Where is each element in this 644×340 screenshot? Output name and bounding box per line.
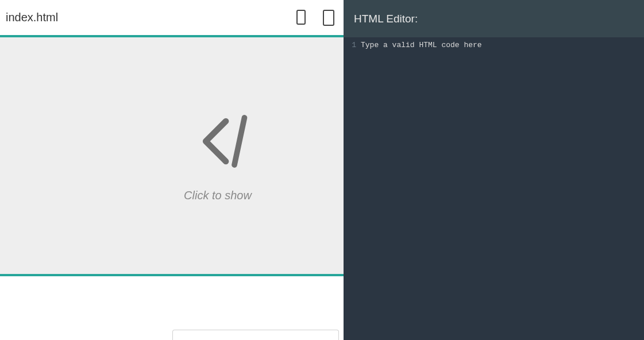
svg-line-0 — [234, 117, 245, 164]
editor-body: 1 Type a valid HTML code here — [344, 37, 644, 340]
preview-area[interactable]: Click to show — [0, 37, 344, 276]
phone-icon[interactable] — [296, 10, 306, 25]
left-pane: index.html Click to show — [0, 0, 344, 340]
filename-label: index.html — [6, 11, 296, 24]
tablet-icon[interactable] — [323, 10, 334, 26]
toolbar: index.html — [0, 0, 344, 37]
line-number: 1 — [344, 41, 356, 49]
preview-hint: Click to show — [184, 189, 252, 202]
code-icon — [198, 110, 279, 173]
line-gutter: 1 — [344, 41, 361, 340]
app-root: index.html Click to show HTML Editor: 1 — [0, 0, 644, 340]
device-icons-group — [296, 10, 338, 26]
bottom-area — [0, 276, 344, 340]
editor-title: HTML Editor: — [344, 0, 644, 37]
code-input[interactable]: Type a valid HTML code here — [361, 41, 644, 340]
bottom-input[interactable] — [172, 330, 339, 340]
editor-pane: HTML Editor: 1 Type a valid HTML code he… — [344, 0, 644, 340]
